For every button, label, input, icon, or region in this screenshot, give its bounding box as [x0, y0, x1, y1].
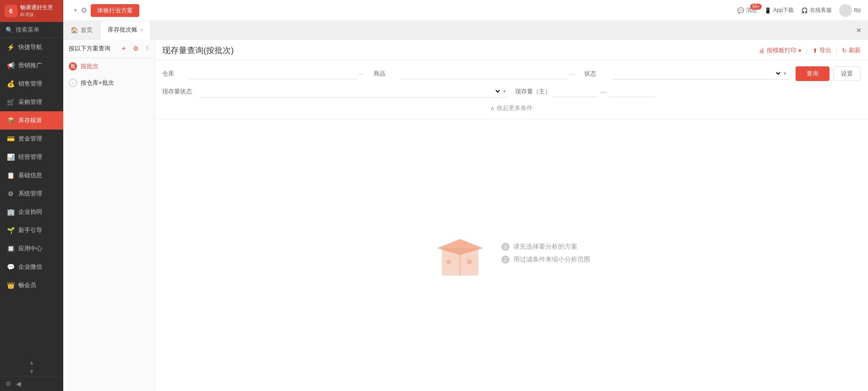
sidebar-item-purchase[interactable]: 🛒 采购管理	[0, 93, 63, 111]
tab-home[interactable]: 🏠 首页	[63, 22, 100, 39]
sidebar-item-guide[interactable]: 🌱 新手引导	[0, 221, 63, 239]
app-download-action[interactable]: 📱 App下载	[764, 6, 794, 14]
sidebar-item-member[interactable]: 👑 畅会员	[0, 276, 63, 294]
scheme-item-batch[interactable]: 批 按批次	[63, 58, 154, 75]
export-label: 导出	[819, 46, 831, 54]
filter-action-btns: 查询 设置	[796, 66, 861, 81]
sidebar-scroll-down[interactable]: ▼	[0, 367, 63, 376]
topbar-settings-icon[interactable]: ⚙	[81, 6, 87, 15]
print-btn[interactable]: 🖨 按模板打印 ▾	[759, 46, 802, 54]
query-btn[interactable]: 查询	[796, 66, 830, 81]
product-label: 商品	[374, 70, 401, 78]
header-divider1: |	[806, 47, 808, 54]
marketing-icon: 📢	[6, 61, 15, 70]
warehouse-input[interactable]	[190, 68, 357, 79]
empty-hint-1: 1 请先选择要分析的方案	[501, 243, 590, 251]
purchase-icon: 🛒	[6, 98, 15, 106]
sidebar-scroll-up[interactable]: ▲	[0, 358, 63, 367]
empty-hints: 1 请先选择要分析的方案 2 用过滤条件来缩小分析范围	[501, 243, 590, 268]
basic-icon: 📋	[6, 171, 15, 179]
sidebar-item-basic[interactable]: 📋 基础信息	[0, 166, 63, 185]
message-action[interactable]: 💬 消息 99+	[737, 6, 757, 14]
inventory-qty-to-input[interactable]	[609, 86, 655, 97]
sidebar-item-marketing[interactable]: 📢 营销推广	[0, 56, 63, 75]
app-edition: 标准版	[20, 11, 53, 18]
warehouse-field: 仓库 ···	[162, 68, 366, 79]
sidebar-item-quick-nav[interactable]: ⚡ 快捷导航	[0, 38, 63, 56]
sidebar-nav: ⚡ 快捷导航 📢 营销推广 💰 销售管理 🛒 采购管理 📦 库存核算 💳 资金管…	[0, 38, 63, 358]
sidebar-item-label: 应用中心	[18, 244, 42, 253]
svg-text:✦: ✦	[462, 240, 468, 247]
sidebar-item-label: 资金管理	[18, 135, 42, 143]
app-logo: 6	[5, 5, 17, 17]
finance-icon: 💳	[6, 135, 15, 143]
header-divider2: |	[836, 47, 837, 54]
sidebar-item-inventory[interactable]: 📦 库存核算	[0, 111, 63, 130]
wechat-icon: 💬	[6, 263, 15, 271]
sidebar-item-enterprise[interactable]: 🏢 企业协同	[0, 203, 63, 221]
scheme-label-warehouse-batch: 按仓库+批次	[81, 79, 114, 87]
experience-btn[interactable]: 体验行业方案	[91, 4, 139, 17]
collapse-label: 收起更多条件	[497, 104, 533, 112]
content-area: 按以下方案查询 + ⚙ 《 批 按批次 ○ 按仓库+批次 现存量查询(按批次)	[63, 39, 868, 391]
tab-close-icon[interactable]: ×	[140, 27, 143, 33]
sidebar-item-operation[interactable]: 📊 经营管理	[0, 148, 63, 166]
settings-btn[interactable]: 设置	[833, 66, 861, 81]
main-content-right: 现存量查询(按批次) 🖨 按模板打印 ▾ | ⬆ 导出 | ↻	[155, 39, 868, 391]
sidebar-item-wechat[interactable]: 💬 企业微信	[0, 258, 63, 276]
sidebar-item-label: 销售管理	[18, 80, 42, 88]
app-download-label: App下载	[773, 6, 794, 14]
inventory-qty-from-input[interactable]	[552, 86, 598, 97]
tab-panel-close-icon[interactable]: ✕	[850, 22, 868, 38]
sidebar-item-label: 新手引导	[18, 226, 42, 234]
filter-panel-title: 按以下方案查询	[69, 44, 110, 53]
scheme-settings-btn[interactable]: ⚙	[131, 44, 140, 53]
hint-text-1: 请先选择要分析的方案	[513, 243, 577, 251]
search-icon: 🔍	[5, 27, 13, 33]
tab-home-label: 首页	[81, 26, 93, 34]
sidebar-item-sales[interactable]: 💰 销售管理	[0, 75, 63, 93]
topbar-left: ▾ ⚙ 体验行业方案	[71, 4, 733, 17]
scheme-item-warehouse-batch[interactable]: ○ 按仓库+批次	[63, 75, 154, 91]
search-label: 搜索菜单	[16, 26, 39, 34]
inventory-icon: 📦	[6, 116, 15, 125]
sidebar-item-label: 企业微信	[18, 263, 42, 271]
warehouse-dots-btn[interactable]: ···	[357, 70, 366, 77]
empty-svg-icon: ✦	[433, 230, 488, 280]
export-btn[interactable]: ⬆ 导出	[813, 46, 831, 54]
status-select[interactable]	[612, 68, 782, 79]
sidebar-item-finance[interactable]: 💳 资金管理	[0, 130, 63, 148]
hint-text-2: 用过滤条件来缩小分析范围	[513, 255, 590, 264]
collapse-more-btn[interactable]: ∧ 收起更多条件	[162, 102, 861, 116]
sidebar-item-system[interactable]: ⚙ 系统管理	[0, 185, 63, 203]
online-service-action[interactable]: 🎧 在线客服	[801, 6, 832, 14]
sidebar-search[interactable]: 🔍 搜索菜单	[0, 22, 63, 38]
product-input[interactable]	[401, 68, 568, 79]
inventory-status-select[interactable]	[199, 86, 501, 97]
product-dots-btn[interactable]: ···	[568, 70, 577, 77]
tabbar: 🏠 首页 库存批次账 × ✕	[63, 21, 868, 39]
message-icon: 💬	[737, 7, 744, 14]
sidebar-item-label: 企业协同	[18, 208, 42, 216]
sidebar-item-label: 系统管理	[18, 190, 42, 198]
topbar-right: 💬 消息 99+ 📱 App下载 🎧 在线客服 Rit	[737, 4, 861, 17]
user-action[interactable]: Rit	[839, 4, 861, 17]
sidebar-item-apps[interactable]: 🔲 应用中心	[0, 239, 63, 258]
footer-settings-icon[interactable]: ⚙	[5, 380, 11, 387]
apps-icon: 🔲	[6, 244, 15, 253]
filter-panel-actions: + ⚙ 《	[119, 44, 149, 53]
print-dropdown-icon[interactable]: ▾	[798, 47, 802, 54]
refresh-btn[interactable]: ↻ 刷新	[842, 46, 861, 54]
filter-row-2: 现存量状态 ▾ 现存量（主） —	[162, 86, 861, 98]
footer-collapse-icon[interactable]: ◀	[16, 380, 21, 387]
operation-icon: 📊	[6, 153, 15, 161]
warehouse-label: 仓库	[162, 70, 190, 78]
tab-inventory-label: 库存批次账	[108, 26, 137, 34]
tab-inventory-batch[interactable]: 库存批次账 ×	[100, 21, 151, 39]
topbar-dropdown-icon[interactable]: ▾	[74, 7, 77, 13]
collapse-panel-btn[interactable]: 《	[143, 44, 149, 53]
app-title: 畅康通好生意	[20, 4, 53, 11]
sidebar-header: 6 畅康通好生意 标准版	[0, 0, 63, 22]
add-scheme-btn[interactable]: +	[119, 44, 128, 53]
svg-rect-5	[467, 260, 472, 264]
